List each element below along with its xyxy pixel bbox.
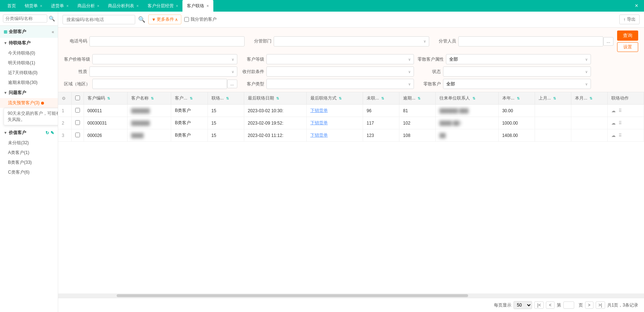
col-last-method-sort-icon: ⇅ <box>339 96 342 100</box>
value-group-refresh-icon[interactable]: ↻ <box>45 130 49 135</box>
row1-last-method-link[interactable]: 下销货单 <box>310 108 328 113</box>
filter-field-region: 区域（地区） ... <box>64 79 237 89</box>
nav-item-customer-tier[interactable]: 客户分层经营 × <box>143 0 182 12</box>
sidebar-item-ungroup[interactable]: 未分组(32) <box>0 138 58 148</box>
last-page-button[interactable]: >| <box>596 301 605 309</box>
sidebar-item-class-b[interactable]: B类客户(33) <box>0 158 58 167</box>
nav-item-customer-contact[interactable]: 客户联络 × <box>182 0 213 12</box>
panel-action-buttons: 查询 设置 <box>617 31 638 52</box>
col-type-header[interactable]: 客户... ⇅ <box>171 92 208 105</box>
row3-action-icon1[interactable]: ☁ <box>611 133 616 138</box>
next-page-button[interactable]: > <box>585 301 593 309</box>
sidebar-item-churn-warning[interactable]: 流失预警客户(3) <box>0 98 58 108</box>
export-label: 导出 <box>627 16 636 23</box>
filter-label-zero-attr: 零散客户属性 <box>418 56 446 62</box>
nav-item-analysis[interactable]: 商品分析 × <box>73 0 104 12</box>
row1-select-checkbox[interactable] <box>75 108 80 113</box>
close-analysis-list-icon[interactable]: × <box>136 4 138 8</box>
filter-select-dept[interactable]: ∨ <box>274 36 429 46</box>
sidebar-item-overdue-contact[interactable]: 逾期未联络(30) <box>0 78 58 88</box>
more-conditions-button[interactable]: ▼ 更多条件 ∧ <box>148 15 181 24</box>
sidebar-group-pending-header[interactable]: ▼ 待联络客户 <box>0 38 58 48</box>
search-input[interactable] <box>63 15 135 24</box>
filter-select-status[interactable]: ∨ <box>443 66 591 77</box>
col-contact-header[interactable]: 联络... ⇅ <box>208 92 244 105</box>
col-this-month-header[interactable]: 本月... ⇅ <box>571 92 608 105</box>
close-analysis-icon[interactable]: × <box>97 4 99 8</box>
filter-select-payment[interactable]: ∨ <box>266 66 414 77</box>
row2-select-checkbox[interactable] <box>75 120 80 125</box>
row2-action-icon2[interactable]: ⠿ <box>619 121 622 126</box>
row1-action-icon2[interactable]: ⠿ <box>619 108 622 113</box>
row3-action-icon2[interactable]: ⠿ <box>619 133 622 138</box>
filter-input-phone[interactable] <box>89 36 245 46</box>
nav-item-sales[interactable]: 销货单 × <box>20 0 47 12</box>
filter-select-person[interactable] <box>458 36 603 46</box>
close-sales-icon[interactable]: × <box>40 4 42 8</box>
nav-item-analysis-list[interactable]: 商品分析列表 × <box>104 0 143 12</box>
content-area: 🔍 ▼ 更多条件 ∧ 我分管的客户 ↑ 导出 电话号码 <box>58 12 644 312</box>
col-this-year-header[interactable]: 本年... ⇅ <box>498 92 535 105</box>
sidebar-collapse-icon[interactable]: « <box>52 29 54 35</box>
sidebar-group-problem: ▼ 问题客户 流失预警客户(3) 90天未交易的客户，可能有流失风险。 已流失客… <box>0 88 58 127</box>
col-code-label: 客户编码 <box>88 96 105 101</box>
row3-select-checkbox[interactable] <box>75 133 80 137</box>
col-name-header[interactable]: 客户名称 ⇅ <box>127 92 171 105</box>
row1-action-icon1[interactable]: ☁ <box>611 108 616 113</box>
sidebar-item-week-contact[interactable]: 近7天待联络(0) <box>0 68 58 78</box>
close-purchase-icon[interactable]: × <box>66 4 68 8</box>
sidebar-item-tomorrow-contact[interactable]: 明天待联络(1) <box>0 58 58 68</box>
sidebar-item-class-c[interactable]: C类客户(6) <box>0 167 58 177</box>
search-button[interactable]: 🔍 <box>138 16 145 23</box>
filter-input-region[interactable] <box>92 79 227 89</box>
region-ellipsis-button[interactable]: ... <box>227 80 237 88</box>
person-ellipsis-button[interactable]: ... <box>603 37 613 46</box>
col-code-header[interactable]: 客户编码 ⇅ <box>84 92 127 105</box>
filter-select-zero-attr[interactable]: 全部 ∨ <box>446 54 591 64</box>
col-not-contact-header[interactable]: 未联... ⇅ <box>363 92 399 105</box>
settings-button[interactable]: 设置 <box>617 42 638 52</box>
page-input[interactable]: 1 <box>563 301 574 309</box>
select-all-checkbox[interactable] <box>75 96 80 100</box>
export-button[interactable]: ↑ 导出 <box>619 15 640 24</box>
zero-attr-dropdown-icon: ∨ <box>585 57 588 61</box>
col-overdue-header[interactable]: 逾期... ⇅ <box>399 92 436 105</box>
nav-item-purchase[interactable]: 进货单 × <box>47 0 73 12</box>
row2-type: B类客户 <box>171 117 208 129</box>
col-last-date-header[interactable]: 最后联络日期 ⇅ <box>244 92 306 105</box>
horizontal-scrollbar[interactable] <box>58 293 644 298</box>
row3-last-method-link[interactable]: 下销货单 <box>310 133 328 138</box>
sidebar-group-value-header[interactable]: ▼ 价值客户 ↻ ✎ <box>0 127 58 138</box>
sidebar-all-customers[interactable]: ⊞ 全部客户 « <box>0 26 58 38</box>
col-last-month-header[interactable]: 上月... ⇅ <box>535 92 571 105</box>
filter-select-price-level[interactable]: ∨ <box>92 54 237 64</box>
close-customer-tier-icon[interactable]: × <box>176 4 178 8</box>
my-customers-checkbox[interactable] <box>184 17 189 22</box>
row2-last-method-link[interactable]: 下销货单 <box>310 120 328 125</box>
table-settings-gear-icon[interactable]: ⚙ <box>62 96 66 101</box>
col-unit-contact-header[interactable]: 往来单位联系人 ⇅ <box>436 92 498 105</box>
sidebar-group-problem-header[interactable]: ▼ 问题客户 <box>0 88 58 98</box>
filter-select-customer-level[interactable]: ∨ <box>266 54 414 64</box>
close-all-icon[interactable]: × <box>632 3 641 9</box>
per-page-select[interactable]: 50 100 200 <box>514 301 532 309</box>
table-body: 1 000011 ██████ B类客户 15 2023-03-02 10:30… <box>58 105 644 142</box>
hscroll-thumb[interactable] <box>117 294 468 297</box>
sidebar-item-class-a[interactable]: A类客户(1) <box>0 148 58 158</box>
filter-select-nature[interactable]: ∨ <box>89 66 237 77</box>
sidebar-item-today-contact[interactable]: 今天待联络(0) <box>0 48 58 58</box>
col-last-method-header[interactable]: 最后联络方式 ⇅ <box>306 92 363 105</box>
col-type-sort-icon: ⇅ <box>190 96 193 100</box>
nav-item-home[interactable]: 首页 <box>3 0 20 12</box>
filter-select-zero-customer[interactable]: 全部 ∨ <box>443 79 591 89</box>
close-customer-contact-icon[interactable]: × <box>206 4 209 8</box>
prev-page-button[interactable]: < <box>546 301 554 309</box>
first-page-button[interactable]: |< <box>534 301 544 309</box>
value-group-edit-icon[interactable]: ✎ <box>51 130 54 135</box>
sidebar-search-input[interactable] <box>3 15 47 23</box>
filter-select-customer-type[interactable]: ∨ <box>266 79 414 89</box>
row2-action-icon1[interactable]: ☁ <box>611 121 616 126</box>
row1-last-month <box>535 105 571 117</box>
query-button[interactable]: 查询 <box>617 31 638 41</box>
pagination-label-ye: 页 <box>579 302 583 308</box>
